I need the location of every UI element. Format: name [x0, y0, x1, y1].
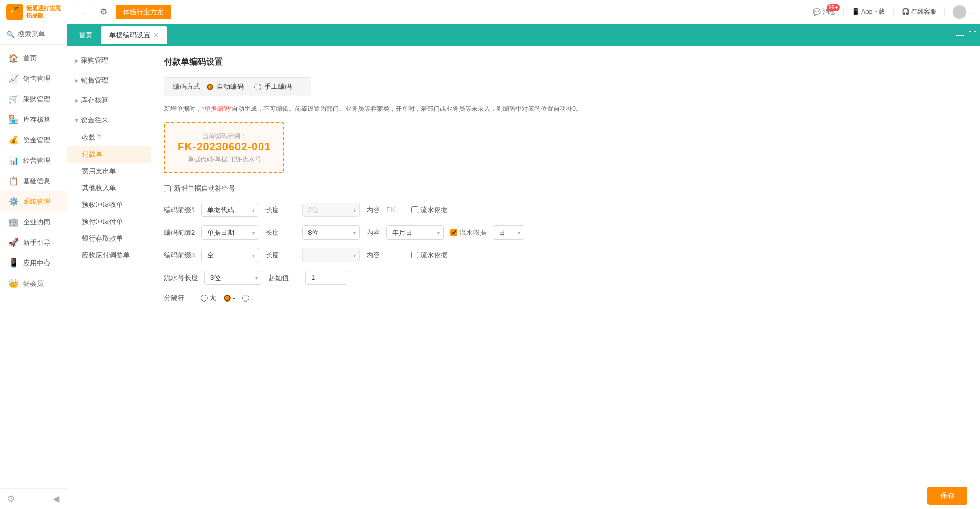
preview-label: 当前编码示例： — [202, 132, 246, 140]
prefix2-waterflow-label[interactable]: 流水依据 — [450, 228, 487, 237]
sidebar-item-finance[interactable]: 💰 资金管理 — [0, 130, 67, 150]
prefix2-select[interactable]: 单据日期 — [201, 225, 259, 240]
footer-settings-icon[interactable]: ⚙ — [7, 494, 15, 504]
sidebar-item-basic[interactable]: 📋 基础信息 — [0, 171, 67, 191]
manual-encoding-radio[interactable] — [254, 84, 261, 90]
auto-fill-checkbox[interactable] — [164, 185, 171, 192]
prefix2-content-wrapper: 年月日 — [386, 225, 444, 240]
sub-item-adjustment[interactable]: 应收应付调整单 — [67, 247, 151, 264]
sidebar-item-operations[interactable]: 📊 经营管理 — [0, 150, 67, 171]
basic-icon: 📋 — [8, 176, 19, 186]
topbar: 🍊 畅通遇好生意 拓品版 ... ⚙ 体验行业方案 💬 消息 99+ | 📱 A… — [0, 0, 980, 24]
content-layout: ▶ 采购管理 ▶ 销售管理 ▶ 库存核算 — [67, 46, 980, 482]
sidebar-label: 库存核算 — [23, 115, 50, 124]
online-service-btn[interactable]: 🎧 在线客服 — [902, 7, 936, 16]
encoding-type-label: 编码方式 — [173, 82, 200, 91]
messages-btn[interactable]: 💬 消息 99+ — [813, 7, 835, 16]
prefix1-waterflow-label[interactable]: 流水依据 — [411, 205, 448, 215]
auto-encoding-option[interactable]: 自动编码 — [207, 82, 244, 91]
guide-icon: 🚀 — [8, 237, 19, 247]
sub-item-receipt[interactable]: 收款单 — [67, 129, 151, 146]
prefix1-length-select[interactable]: 2位 — [302, 203, 360, 217]
tab-coding[interactable]: 单据编码设置 ✕ — [101, 26, 167, 44]
prefix3-waterflow-label[interactable]: 流水依据 — [411, 251, 448, 260]
tab-home[interactable]: 首页 — [70, 26, 101, 44]
sep-hyphen-radio[interactable] — [224, 295, 231, 302]
sidebar-item-system[interactable]: ⚙️ 系统管理 — [0, 191, 67, 212]
sub-item-expense[interactable]: 费用支出单 — [67, 163, 151, 180]
prefix1-select[interactable]: 单据代码 — [201, 203, 259, 217]
sub-group-finance-title[interactable]: ▶ 资金往来 — [67, 111, 151, 129]
prefix3-waterflow-checkbox[interactable] — [411, 252, 418, 258]
code-preview: 当前编码示例： FK-20230602-001 单据代码-单据日期-流水号 — [164, 122, 284, 173]
tab-coding-close[interactable]: ✕ — [153, 32, 159, 39]
serial-length-select[interactable]: 3位 — [204, 271, 262, 285]
sub-item-payment[interactable]: 付款单 — [67, 146, 151, 163]
manual-encoding-option[interactable]: 手工编码 — [254, 82, 292, 91]
manual-encoding-label: 手工编码 — [264, 82, 292, 91]
sub-group-inventory-title[interactable]: ▶ 库存核算 — [67, 91, 151, 109]
sep-none-option[interactable]: 无 — [201, 293, 216, 303]
tab-maximize-icon[interactable]: ⛶ — [968, 30, 977, 40]
sidebar-item-sales[interactable]: 📈 销售管理 — [0, 68, 67, 89]
sidebar-item-member[interactable]: 👑 畅会员 — [0, 273, 67, 294]
sep-none-radio[interactable] — [201, 295, 208, 302]
prefix1-content-label: 内容 — [366, 205, 380, 215]
tab-minimize-icon[interactable]: — — [956, 30, 964, 40]
prefix3-length-label: 长度 — [265, 251, 296, 260]
sidebar-item-purchase[interactable]: 🛒 采购管理 — [0, 89, 67, 109]
prefix2-unit-wrapper: 日 — [493, 225, 524, 240]
sub-item-prereceive[interactable]: 预收冲应收单 — [67, 196, 151, 213]
user-menu[interactable]: ... — [953, 5, 974, 19]
sidebar-item-apps[interactable]: 📱 应用中心 — [0, 253, 67, 273]
sub-item-prepay[interactable]: 预付冲应付单 — [67, 213, 151, 230]
search-icon: 🔍 — [6, 30, 15, 38]
sidebar-label: 应用中心 — [23, 258, 50, 268]
prefix2-length-wrapper: 8位 — [302, 225, 360, 240]
serial-row: 流水号长度 3位 起始值 — [164, 271, 967, 285]
prefix1-waterflow-checkbox[interactable] — [411, 206, 418, 213]
prefix2-content-label: 内容 — [366, 228, 380, 237]
trial-button[interactable]: 体验行业方案 — [116, 5, 171, 19]
sidebar-item-inventory[interactable]: 🏪 库存核算 — [0, 109, 67, 130]
sub-group-inventory: ▶ 库存核算 — [67, 91, 151, 109]
settings-icon[interactable]: ⚙ — [100, 7, 107, 17]
auto-encoding-radio[interactable] — [207, 84, 213, 90]
system-icon: ⚙️ — [8, 196, 19, 206]
sidebar-collapse-icon[interactable]: ◀ — [53, 494, 59, 504]
sub-item-bankdeposit[interactable]: 银行存取款单 — [67, 230, 151, 247]
sep-dot-radio[interactable] — [242, 295, 249, 302]
sidebar-nav: 🏠 首页 📈 销售管理 🛒 采购管理 🏪 库存核算 💰 资金管理 📊 经 — [0, 45, 67, 488]
prefix2-waterflow-checkbox[interactable] — [450, 229, 457, 236]
sidebar-item-guide[interactable]: 🚀 新手引导 — [0, 232, 67, 253]
sep-dot-option[interactable]: . — [242, 294, 253, 302]
app-download-btn[interactable]: 📱 App下载 — [852, 7, 885, 16]
sub-group-sales-title[interactable]: ▶ 销售管理 — [67, 71, 151, 89]
prefix2-content-select[interactable]: 年月日 — [386, 225, 444, 240]
sub-group-finance: ▶ 资金往来 收款单 付款单 费用支出单 其他收入单 预收冲应收单 预付冲应付单… — [67, 111, 151, 264]
prefix3-select[interactable]: 空 — [201, 248, 259, 262]
sidebar-label: 基础信息 — [23, 176, 50, 186]
prefix2-length-select[interactable]: 8位 — [302, 225, 360, 240]
member-icon: 👑 — [8, 278, 19, 288]
sales-icon: 📈 — [8, 74, 19, 84]
messages-badge: 99+ — [827, 4, 840, 11]
sub-item-income[interactable]: 其他收入单 — [67, 180, 151, 196]
topbar-dropdown[interactable]: ... — [76, 6, 92, 18]
info-text: 新增单据时，*单据编码*自动生成，不可编辑。前缀设置为部门、业务员等档案类，开单… — [164, 103, 967, 114]
field-row-prefix2: 编码前缀2 单据日期 长度 8位 内容 — [164, 225, 967, 240]
prefix2-unit-select[interactable]: 日 — [493, 225, 524, 240]
sep-dot-label: . — [251, 294, 253, 302]
sidebar-search[interactable]: 🔍 搜索菜单 — [0, 24, 67, 45]
sub-group-purchase-title[interactable]: ▶ 采购管理 — [67, 51, 151, 69]
prefix3-length-select[interactable] — [302, 248, 360, 262]
sep-hyphen-option[interactable]: - — [224, 294, 235, 302]
logo-text: 畅通遇好生意 拓品版 — [26, 5, 61, 18]
sidebar-item-home[interactable]: 🏠 首页 — [0, 48, 67, 68]
save-button[interactable]: 保存 — [927, 487, 967, 505]
topbar-center: ... ⚙ 体验行业方案 — [69, 5, 813, 19]
separator-row: 分隔符 无 - . — [164, 293, 967, 303]
start-value-input[interactable] — [305, 271, 347, 285]
topbar-right: 💬 消息 99+ | 📱 App下载 | 🎧 在线客服 | ... — [813, 5, 974, 19]
sidebar-item-enterprise[interactable]: 🏢 企业协同 — [0, 212, 67, 232]
